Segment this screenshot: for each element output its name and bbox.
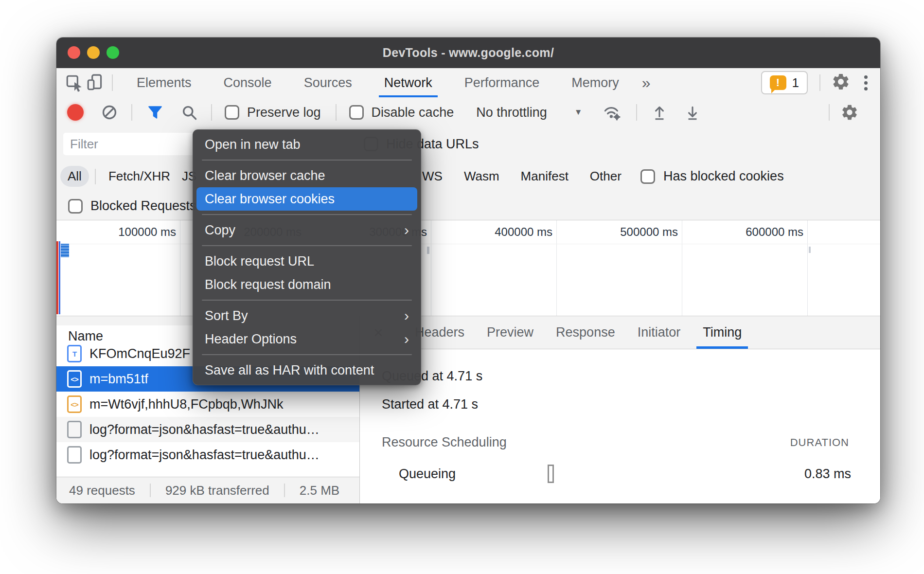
chips-divider <box>95 169 96 184</box>
warning-bubble-icon: ! <box>770 75 786 90</box>
transferred-size: 929 kB transferred <box>165 483 269 498</box>
issues-badge-button[interactable]: ! 1 <box>761 71 808 94</box>
network-overview[interactable]: 100000 ms 200000 ms 300000 ms 400000 ms … <box>56 220 880 316</box>
filter-icon[interactable] <box>147 105 163 120</box>
traffic-lights <box>68 46 119 59</box>
details-tab-initiator[interactable]: Initiator <box>626 316 692 349</box>
menu-separator <box>202 214 412 215</box>
devtools-window: DevTools - www.google.com/ Elements Cons… <box>56 37 880 503</box>
request-row[interactable]: <> m=Wt6vjf,hhhU8,FCpbqb,WhJNk <box>56 392 359 417</box>
menu-item-clear-browser-cookies[interactable]: Clear browser cookies <box>196 187 417 211</box>
generic-file-icon <box>67 446 82 464</box>
domcontentloaded-marker <box>59 241 60 314</box>
toolbar-divider <box>829 104 830 121</box>
details-tab-preview[interactable]: Preview <box>476 316 545 349</box>
request-row[interactable]: log?format=json&hasfast=true&authu… <box>56 442 359 467</box>
network-toolbar: Preserve log Disable cache No throttling… <box>56 97 880 128</box>
summary-divider <box>284 484 285 497</box>
duration-column-header: DURATION <box>790 436 849 449</box>
overview-request-tick <box>809 247 811 253</box>
settings-gear-icon[interactable] <box>831 72 851 93</box>
more-tabs-icon[interactable]: » <box>642 74 651 92</box>
filter-chip-manifest[interactable]: Manifest <box>521 169 569 184</box>
disable-cache-checkbox[interactable] <box>349 105 364 120</box>
menu-item-block-request-domain[interactable]: Block request domain <box>193 273 421 296</box>
search-icon[interactable] <box>181 104 197 121</box>
network-settings-gear-icon[interactable] <box>840 103 859 122</box>
preserve-log-checkbox[interactable] <box>225 105 239 120</box>
timeline-gridline <box>556 220 557 316</box>
overview-selection-window[interactable] <box>61 244 69 257</box>
disable-cache-label: Disable cache <box>372 105 454 120</box>
menu-item-block-request-url[interactable]: Block request URL <box>193 250 421 273</box>
tab-console[interactable]: Console <box>208 68 288 97</box>
network-conditions-icon[interactable] <box>602 104 622 121</box>
context-menu: Open in new tab Clear browser cache Clea… <box>193 129 421 385</box>
timeline-tick: 500000 ms <box>605 220 678 244</box>
details-tab-timing[interactable]: Timing <box>692 316 753 349</box>
toolbar-divider <box>636 104 637 121</box>
tab-network[interactable]: Network <box>368 68 448 97</box>
preserve-log-label: Preserve log <box>247 105 321 120</box>
request-type-filters: All Fetch/XHR JS WS Wasm Manifest Other … <box>56 161 880 192</box>
throttling-select[interactable]: No throttling <box>476 105 547 120</box>
timing-panel: Queued at 4.71 s Started at 4.71 s Resou… <box>360 349 880 483</box>
menu-separator <box>202 245 412 246</box>
tab-performance[interactable]: Performance <box>448 68 556 97</box>
timing-row-label: Queueing <box>399 466 548 482</box>
screen-background: DevTools - www.google.com/ Elements Cons… <box>0 0 924 574</box>
menu-item-header-options[interactable]: Header Options› <box>193 327 421 351</box>
blocked-requests-checkbox[interactable] <box>68 199 83 214</box>
filter-chip-wasm[interactable]: Wasm <box>464 169 499 184</box>
tab-elements[interactable]: Elements <box>121 68 208 97</box>
details-tab-response[interactable]: Response <box>545 316 626 349</box>
minimize-window-button[interactable] <box>87 46 100 59</box>
issues-count: 1 <box>792 75 799 90</box>
has-blocked-cookies-checkbox[interactable] <box>640 169 655 184</box>
device-toolbar-icon[interactable] <box>85 72 106 93</box>
window-titlebar[interactable]: DevTools - www.google.com/ <box>56 37 880 68</box>
toolbar-divider <box>336 104 337 121</box>
more-options-icon[interactable] <box>864 75 868 90</box>
filter-chip-all[interactable]: All <box>60 166 89 187</box>
timeline-ruler-border <box>56 244 880 244</box>
menu-item-sort-by[interactable]: Sort By› <box>193 304 421 327</box>
tab-sources[interactable]: Sources <box>288 68 368 97</box>
font-file-icon: T <box>67 345 82 362</box>
inspect-element-icon[interactable] <box>63 72 85 93</box>
network-panel-body: Name T KFOmCnqEu92F <> m=bm51tf <> m=Wt6… <box>56 316 880 503</box>
started-at-text: Started at 4.71 s <box>382 396 880 413</box>
filter-row: Hide data URLs <box>56 127 880 161</box>
import-har-icon[interactable] <box>652 104 667 121</box>
window-title: DevTools - www.google.com/ <box>56 46 880 60</box>
menu-item-save-all-as-har[interactable]: Save all as HAR with content <box>193 359 421 382</box>
menu-item-copy[interactable]: Copy› <box>193 218 421 242</box>
menu-item-open-in-new-tab[interactable]: Open in new tab <box>193 133 421 156</box>
record-network-log-icon[interactable] <box>67 104 84 121</box>
panel-tabs: Elements Console Sources Network Perform… <box>121 68 635 97</box>
queued-at-text: Queued at 4.71 s <box>382 368 880 384</box>
filter-chip-other[interactable]: Other <box>590 169 622 184</box>
export-har-icon[interactable] <box>685 104 700 121</box>
close-window-button[interactable] <box>68 46 80 59</box>
timeline-tick: 600000 ms <box>730 220 803 244</box>
toolbar-divider <box>819 74 820 91</box>
menu-separator <box>202 160 412 161</box>
timeline-gridline <box>180 220 180 316</box>
menu-item-clear-browser-cache[interactable]: Clear browser cache <box>193 164 421 187</box>
zoom-window-button[interactable] <box>107 46 119 59</box>
request-row[interactable]: log?format=json&hasfast=true&authu… <box>56 417 359 442</box>
filter-chip-ws[interactable]: WS <box>422 169 443 184</box>
requests-count: 49 requests <box>69 483 135 498</box>
filter-chip-fetch-xhr[interactable]: Fetch/XHR <box>108 169 170 184</box>
overview-request-tick <box>427 247 429 254</box>
generic-file-icon <box>67 421 82 438</box>
blocked-requests-label: Blocked Requests <box>90 198 196 214</box>
clear-network-log-icon[interactable] <box>101 104 118 121</box>
timeline-gridline <box>431 220 431 316</box>
devtools-tabbar: Elements Console Sources Network Perform… <box>56 68 880 98</box>
tab-memory[interactable]: Memory <box>555 68 635 97</box>
menu-separator <box>202 354 412 355</box>
chevron-down-icon[interactable]: ▼ <box>574 108 583 117</box>
menu-separator <box>202 300 412 301</box>
